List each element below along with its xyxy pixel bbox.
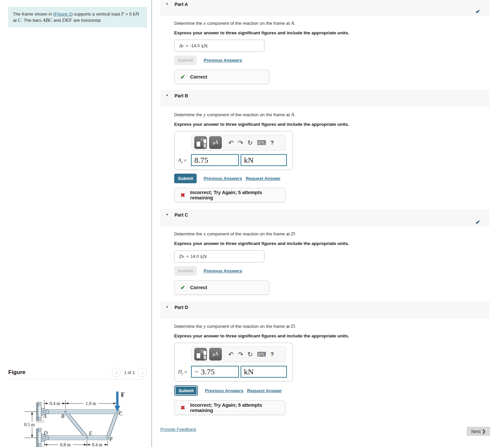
part-a-status-text: Correct (190, 74, 207, 80)
part-d-title: Part D (174, 305, 188, 310)
part-d-request-answer-link[interactable]: Request Answer (247, 388, 282, 393)
part-d-previous-answers-link[interactable]: Previous Answers (205, 388, 244, 393)
figure-divider (8, 379, 147, 379)
member-CF (108, 411, 117, 438)
math-ABC: ABC (43, 17, 52, 23)
label-A: A (43, 413, 47, 419)
undo-icon[interactable]: ↶ (228, 140, 234, 146)
keyboard-icon[interactable]: ⌨ (257, 140, 266, 146)
part-b-section: ▾ Part B Determine the y component of th… (160, 90, 489, 202)
help-icon[interactable]: ? (270, 140, 274, 146)
figure-pager: ‹ 1 of 1 › (112, 368, 147, 377)
part-a-submit-button[interactable]: Submit (174, 55, 197, 65)
part-c-status-box: ✔ Correct (174, 280, 269, 295)
correct-check-icon: ✔ (180, 74, 185, 81)
units-icon[interactable]: μÅ (209, 348, 222, 361)
part-b-header[interactable]: ▾ Part B (160, 90, 489, 107)
keyboard-icon[interactable]: ⌨ (257, 351, 266, 358)
part-a-header[interactable]: ▾ Part A ✔ (160, 0, 489, 16)
collapse-triangle-icon[interactable]: ▾ (166, 93, 168, 97)
part-d-question: Determine the y component of the reactio… (174, 323, 489, 329)
label-C: C (119, 411, 123, 416)
collapse-triangle-icon[interactable]: ▾ (166, 305, 168, 309)
figure-1-link[interactable]: Figure 1 (55, 12, 71, 17)
reset-icon[interactable]: ↻ (248, 140, 253, 146)
math-C: C (18, 17, 21, 23)
part-b-value-input[interactable]: 8.75 (191, 154, 239, 166)
undo-icon[interactable]: ↶ (228, 351, 234, 358)
page: The frame shown in (Figure 1) supports a… (0, 0, 504, 447)
next-button[interactable]: Next❯ (467, 427, 490, 436)
part-c-question: Determine the x component of the reactio… (174, 231, 489, 237)
part-d-value-input[interactable]: − 3.75 (191, 366, 239, 378)
part-d-instruction: Express your answer to three significant… (174, 333, 489, 338)
equation-templates-icon[interactable] (194, 136, 207, 149)
part-b-request-answer-link[interactable]: Request Answer (246, 176, 281, 181)
part-c-complete-check-icon: ✔ (476, 219, 480, 226)
force-arrow-F (114, 392, 120, 411)
part-a-answer-unit: kN (201, 43, 208, 49)
incorrect-x-icon: ✖ (180, 404, 185, 411)
label-B: B (61, 413, 64, 419)
math-DEF: DEF (62, 17, 72, 23)
collapse-triangle-icon[interactable]: ▾ (166, 2, 168, 6)
part-c-previous-answers-link[interactable]: Previous Answers (204, 268, 242, 273)
part-b-instruction: Express your answer to three significant… (174, 122, 489, 127)
part-a-previous-answers-link[interactable]: Previous Answers (204, 58, 242, 63)
part-d-header[interactable]: ▾ Part D (160, 301, 489, 319)
problem-statement: The frame shown in (Figure 1) supports a… (8, 7, 147, 27)
bar-ABC (42, 410, 120, 414)
collapse-triangle-icon[interactable]: ▾ (166, 213, 168, 216)
part-a-instruction: Express your answer to three significant… (174, 30, 489, 35)
equation-toolbar: μÅ ↶ ↷ ↻ ⌨ ? (191, 346, 286, 362)
svg-text:1.0 m: 1.0 m (86, 401, 96, 406)
figure-title: Figure (8, 369, 25, 376)
svg-text:0.4 m: 0.4 m (92, 442, 102, 447)
part-c-title: Part C (174, 212, 188, 218)
equation-templates-icon[interactable] (194, 348, 207, 361)
part-d-equation-editor: μÅ ↶ ↷ ↻ ⌨ ? Dy = − 3.75 kN (174, 343, 293, 382)
redo-icon[interactable]: ↷ (238, 351, 243, 358)
part-d-status-text: Incorrect; Try Again; 5 attempts remaini… (190, 402, 285, 413)
part-b-submit-button[interactable]: Submit (174, 174, 197, 183)
part-a-answer-value: -14.0 (190, 43, 200, 48)
part-d-unit-input[interactable]: kN (241, 366, 287, 378)
part-a-section: ▾ Part A ✔ Determine the x component of … (160, 0, 489, 84)
force-label-F: F (121, 392, 125, 398)
part-d-status-box: ✖ Incorrect; Try Again; 5 attempts remai… (174, 400, 286, 415)
frame-diagram: F A B C D E F (0, 381, 152, 447)
part-b-answer-label: Ay = (178, 157, 186, 164)
units-icon[interactable]: μÅ (209, 136, 222, 149)
part-d-submit-button[interactable]: Submit (174, 385, 198, 396)
figure-next-button[interactable]: › (138, 368, 147, 377)
bar-DEF (42, 436, 111, 440)
incorrect-x-icon: ✖ (180, 192, 185, 199)
part-c-submit-button[interactable]: Submit (174, 266, 197, 276)
equation-toolbar: μÅ ↶ ↷ ↻ ⌨ ? (191, 135, 286, 151)
correct-check-icon: ✔ (180, 284, 185, 291)
part-b-previous-answers-link[interactable]: Previous Answers (204, 176, 242, 181)
part-c-header[interactable]: ▾ Part C ✔ (160, 209, 489, 226)
part-d-section: ▾ Part D Determine the y component of th… (160, 301, 489, 415)
main-content: ▾ Part A ✔ Determine the x component of … (153, 0, 504, 447)
figure-prev-button[interactable]: ‹ (112, 368, 121, 377)
help-icon[interactable]: ? (270, 352, 274, 357)
svg-text:0.4 m: 0.4 m (50, 401, 60, 406)
reset-icon[interactable]: ↻ (248, 351, 253, 358)
problem-text: The frame shown in ( (13, 12, 55, 17)
figure-page-label: 1 of 1 (124, 370, 135, 375)
provide-feedback-link[interactable]: Provide Feedback (160, 427, 196, 432)
label-D: D (43, 430, 48, 436)
left-panel: The frame shown in (Figure 1) supports a… (0, 0, 152, 447)
figure-header: Figure ‹ 1 of 1 › (8, 366, 147, 378)
member-BE (65, 412, 87, 438)
redo-icon[interactable]: ↷ (238, 140, 243, 146)
part-a-question: Determine the x component of the reactio… (174, 20, 489, 26)
part-c-answer-value: 14.0 (190, 254, 199, 259)
part-b-unit-input[interactable]: kN (241, 154, 287, 166)
part-a-title: Part A (174, 2, 188, 7)
part-b-equation-editor: μÅ ↶ ↷ ↻ ⌨ ? Ay = 8.75 kN (174, 131, 293, 170)
part-b-title: Part B (174, 93, 188, 98)
wall-bracket-A (35, 402, 49, 423)
svg-text:0.8 m: 0.8 m (60, 442, 71, 447)
